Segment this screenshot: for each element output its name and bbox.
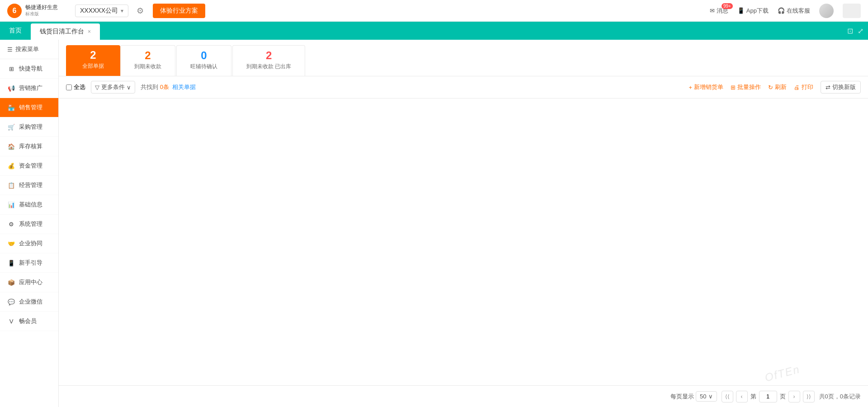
settings-button[interactable]: ⚙	[133, 4, 147, 18]
message-button[interactable]: ✉ 消息 99+	[710, 7, 728, 15]
page-size-value: 50	[700, 393, 706, 400]
next-page-button[interactable]: ›	[788, 391, 800, 402]
page-suffix: 页	[780, 393, 786, 401]
stat-num-shipped: 2	[266, 49, 272, 62]
batch-button[interactable]: ⊞ 批量操作	[731, 83, 761, 91]
prev-page-button[interactable]: ‹	[736, 391, 748, 402]
logo-icon: 6	[7, 4, 22, 18]
page-size-select-box[interactable]: 50 ∨	[696, 391, 717, 402]
app-download-button[interactable]: 📱 App下载	[737, 7, 769, 15]
nav-tab-actions: ⊡ ⤢	[847, 22, 868, 40]
toolbar-right: + 新增销货单 ⊞ 批量操作 ↻ 刷新 🖨 打印 ⇄ 切换新版	[689, 81, 861, 94]
cooperation-icon: 🤝	[7, 239, 15, 248]
message-icon: ✉	[710, 7, 715, 14]
finance-icon: 💰	[7, 162, 15, 170]
sales-icon: 🏪	[7, 103, 15, 112]
stat-label-pending: 旺辅待确认	[190, 63, 217, 70]
select-all-input[interactable]	[66, 84, 72, 90]
filter-button[interactable]: ▽ 更多条件 ∨	[91, 81, 135, 94]
page-number-input[interactable]	[759, 391, 777, 402]
qianghuo-tab-label: 钱货日清工作台	[40, 28, 84, 36]
page-size-selector: 每页显示 50 ∨	[670, 391, 717, 402]
sidebar-item-basic[interactable]: 📊 基础信息	[0, 195, 58, 215]
first-page-button[interactable]: ⟨⟨	[722, 391, 733, 402]
basic-icon: 📊	[7, 201, 15, 209]
sidebar-item-sales[interactable]: 🏪 销售管理	[0, 98, 58, 117]
toolbar: 全选 ▽ 更多条件 ∨ 共找到 0条 相关单据 + 新增销货单 ⊞ 批量操作	[59, 76, 868, 98]
stat-tab-shipped[interactable]: 2 到期未收款 已出库	[232, 45, 305, 76]
add-button[interactable]: + 新增销货单	[689, 83, 723, 91]
sidebar-item-quick-nav[interactable]: ⊞ 快捷导航	[0, 59, 58, 79]
gear-icon: ⚙	[137, 6, 144, 16]
message-badge: 99+	[722, 3, 733, 9]
user-name-area	[843, 4, 861, 18]
stat-tab-all[interactable]: 2 全部单据	[66, 45, 120, 76]
related-link[interactable]: 相关单据	[172, 84, 196, 90]
online-service-button[interactable]: 🎧 在线客服	[778, 7, 810, 15]
sidebar-item-inventory[interactable]: 🏠 库存核算	[0, 137, 58, 156]
minimize-icon[interactable]: ⊡	[847, 27, 853, 35]
experience-button[interactable]: 体验行业方案	[153, 4, 205, 18]
search-menu-button[interactable]: ☰ 搜索菜单	[0, 40, 58, 59]
refresh-label: 刷新	[775, 83, 787, 91]
found-count: 0条	[160, 84, 169, 90]
page-size-label: 每页显示	[670, 393, 694, 401]
add-icon: +	[689, 84, 692, 91]
expand-icon[interactable]: ⤢	[858, 27, 863, 35]
refresh-icon: ↻	[768, 84, 773, 91]
stat-label-shipped: 到期未收款 已出库	[246, 63, 291, 70]
select-all-checkbox[interactable]: 全选	[66, 83, 85, 91]
total-records: 共0页，0条记录	[819, 393, 861, 401]
sidebar-item-label: 资金管理	[19, 162, 42, 170]
sidebar-item-cooperation[interactable]: 🤝 企业协同	[0, 234, 58, 253]
sidebar-item-label: 快捷导航	[19, 65, 42, 73]
search-icon: ☰	[7, 46, 13, 53]
sidebar-item-system[interactable]: ⚙ 系统管理	[0, 215, 58, 234]
sidebar-item-purchase[interactable]: 🛒 采购管理	[0, 117, 58, 137]
sidebar-item-finance[interactable]: 💰 资金管理	[0, 156, 58, 176]
switch-icon: ⇄	[826, 84, 830, 91]
sidebar-item-label: 新手引导	[19, 259, 42, 267]
operation-icon: 📋	[7, 181, 15, 189]
sidebar-item-marketing[interactable]: 📢 营销推广	[0, 79, 58, 98]
print-button[interactable]: 🖨 打印	[794, 83, 813, 91]
chevron-down-icon: ▾	[121, 8, 123, 14]
company-selector[interactable]: XXXXXX公司 ▾	[75, 5, 128, 17]
sidebar-item-guide[interactable]: 📱 新手引导	[0, 253, 58, 273]
last-page-button[interactable]: ⟩⟩	[803, 391, 815, 402]
sidebar: ☰ 搜索菜单 ⊞ 快捷导航 📢 营销推广 🏪 销售管理 🛒 采购管理 🏠 库存核…	[0, 40, 59, 407]
close-icon[interactable]: ×	[88, 28, 91, 35]
sidebar-item-operation[interactable]: 📋 经营管理	[0, 176, 58, 195]
logo-name: 畅捷通好生意	[25, 4, 58, 11]
sidebar-item-label: 企业协同	[19, 239, 42, 248]
sidebar-item-label: 营销推广	[19, 84, 42, 92]
sidebar-item-label: 企业微信	[19, 298, 42, 306]
table-area	[59, 98, 868, 385]
sidebar-item-label: 库存核算	[19, 142, 42, 150]
avatar[interactable]	[819, 4, 834, 18]
tab-home[interactable]: 首页	[0, 22, 31, 40]
sidebar-item-label: 销售管理	[19, 103, 42, 112]
select-all-label: 全选	[74, 83, 85, 91]
stat-tab-pending[interactable]: 0 旺辅待确认	[176, 45, 231, 76]
marketing-icon: 📢	[7, 84, 15, 92]
switch-version-button[interactable]: ⇄ 切换新版	[821, 81, 861, 94]
sidebar-item-label: 采购管理	[19, 123, 42, 131]
tab-qianghuo[interactable]: 钱货日清工作台 ×	[31, 23, 100, 40]
filter-label: 更多条件	[101, 83, 125, 91]
sidebar-item-member[interactable]: V 畅会员	[0, 312, 58, 331]
company-name: XXXXXX公司	[80, 7, 118, 15]
stat-tab-overdue[interactable]: 2 到期未收款	[120, 45, 175, 76]
sidebar-item-label: 应用中心	[19, 278, 42, 286]
sidebar-item-appstore[interactable]: 📦 应用中心	[0, 273, 58, 292]
found-text: 共找到 0条 相关单据	[141, 83, 196, 91]
stat-num-all: 2	[90, 49, 96, 61]
guide-icon: 📱	[7, 259, 15, 267]
service-label: 在线客服	[787, 7, 810, 15]
refresh-button[interactable]: ↻ 刷新	[768, 83, 787, 91]
batch-icon: ⊞	[731, 84, 736, 91]
chevron-down-icon: ∨	[127, 84, 131, 91]
sidebar-item-wechat[interactable]: 💬 企业微信	[0, 292, 58, 312]
member-icon: V	[7, 317, 15, 325]
print-label: 打印	[802, 83, 813, 91]
